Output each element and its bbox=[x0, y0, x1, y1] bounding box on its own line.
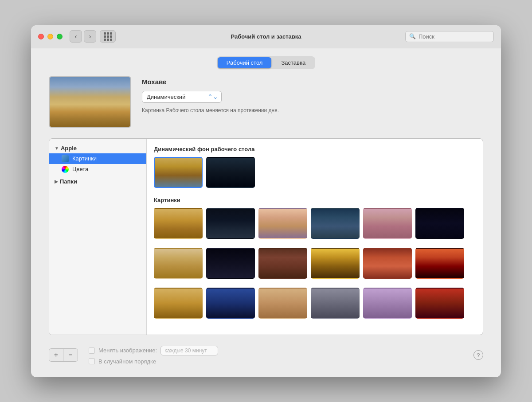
picture-thumb-14[interactable] bbox=[206, 288, 255, 319]
wallpaper-name: Мохаве bbox=[142, 78, 483, 86]
change-image-row: Менять изображение: каждые 30 минут bbox=[89, 346, 218, 355]
dropdown-wrapper: Динамический Светлое Тёмное ⌃⌄ bbox=[142, 91, 483, 103]
sidebar: ▼ Apple Картинки Цвета ▶ Папки bbox=[49, 139, 147, 335]
picture-thumb-7[interactable] bbox=[154, 248, 203, 279]
picture-thumb-10[interactable] bbox=[311, 248, 360, 279]
change-image-label: Менять изображение: bbox=[98, 347, 157, 354]
main-panel: ▼ Apple Картинки Цвета ▶ Папки bbox=[49, 138, 483, 335]
random-order-checkbox[interactable] bbox=[89, 358, 95, 364]
back-button[interactable]: ‹ bbox=[70, 30, 82, 43]
maximize-button[interactable] bbox=[57, 34, 63, 39]
colors-icon bbox=[62, 166, 69, 173]
tab-screensaver[interactable]: Заставка bbox=[272, 57, 314, 68]
style-dropdown-wrapper: Динамический Светлое Тёмное ⌃⌄ bbox=[142, 91, 222, 103]
segment-wrapper: Рабочий стол Заставка bbox=[217, 56, 315, 69]
picture-thumb-18[interactable] bbox=[415, 288, 464, 319]
picture-thumb-5[interactable] bbox=[363, 208, 412, 239]
picture-thumb-15[interactable] bbox=[258, 288, 307, 319]
traffic-lights bbox=[38, 34, 63, 39]
picture-thumb-8[interactable] bbox=[206, 248, 255, 279]
pictures-row-1 bbox=[154, 208, 476, 239]
preview-thumbnail bbox=[49, 76, 131, 128]
expand-arrow-icon: ▼ bbox=[55, 146, 59, 151]
close-button[interactable] bbox=[38, 34, 44, 39]
search-input[interactable] bbox=[419, 33, 490, 40]
sidebar-pictures-label: Картинки bbox=[72, 155, 97, 162]
desktop-preview-image bbox=[50, 77, 130, 127]
grid-icon bbox=[104, 32, 112, 41]
pictures-section-title: Картинки bbox=[154, 197, 476, 203]
folders-arrow-icon: ▶ bbox=[55, 179, 58, 184]
titlebar: ‹ › Рабочий стол и заставка 🔍 bbox=[31, 25, 501, 48]
picture-thumb-6[interactable] bbox=[415, 208, 464, 239]
forward-icon: › bbox=[89, 33, 91, 40]
picture-thumb-2[interactable] bbox=[206, 208, 255, 239]
pictures-icon bbox=[62, 155, 69, 162]
picture-thumb-16[interactable] bbox=[311, 288, 360, 319]
sidebar-group-header-apple[interactable]: ▼ Apple bbox=[49, 143, 146, 153]
bottom-bar: + − Менять изображение: каждые 30 минут … bbox=[49, 342, 483, 368]
sidebar-group-header-folders[interactable]: ▶ Папки bbox=[49, 176, 146, 187]
pictures-row-2 bbox=[154, 248, 476, 279]
main-window: ‹ › Рабочий стол и заставка 🔍 Рабочий ст… bbox=[31, 25, 501, 377]
window-title: Рабочий стол и заставка bbox=[231, 33, 301, 40]
picture-thumb-13[interactable] bbox=[154, 288, 203, 319]
content-area: Мохаве Динамический Светлое Тёмное ⌃⌄ Ка… bbox=[31, 76, 501, 377]
picture-thumb-9[interactable] bbox=[258, 248, 307, 279]
remove-button[interactable]: − bbox=[63, 349, 78, 361]
sidebar-item-colors[interactable]: Цвета bbox=[49, 164, 146, 175]
interval-select[interactable]: каждые 30 минут bbox=[160, 346, 218, 355]
sidebar-group-folders: ▶ Папки bbox=[49, 176, 146, 187]
dynamic-thumb-2[interactable] bbox=[206, 157, 255, 188]
help-button[interactable]: ? bbox=[473, 350, 483, 360]
change-image-checkbox[interactable] bbox=[89, 347, 95, 354]
preview-info: Мохаве Динамический Светлое Тёмное ⌃⌄ Ка… bbox=[142, 76, 483, 113]
picture-thumb-3[interactable] bbox=[258, 208, 307, 239]
picture-thumb-12[interactable] bbox=[415, 248, 464, 279]
forward-button[interactable]: › bbox=[84, 30, 96, 43]
sidebar-group-apple-label: Apple bbox=[61, 145, 77, 152]
dynamic-section-title: Динамический фон рабочего стола bbox=[154, 146, 476, 152]
grid-button[interactable] bbox=[100, 30, 116, 43]
segment-control: Рабочий стол Заставка bbox=[31, 48, 501, 76]
gallery-area: Динамический фон рабочего стола Картинки bbox=[147, 139, 483, 335]
bottom-options: Менять изображение: каждые 30 минут В сл… bbox=[89, 346, 218, 365]
picture-thumb-17[interactable] bbox=[363, 288, 412, 319]
sidebar-item-pictures[interactable]: Картинки bbox=[49, 153, 146, 164]
add-remove-buttons: + − bbox=[49, 348, 78, 362]
back-icon: ‹ bbox=[75, 33, 77, 40]
random-order-row: В случайном порядке bbox=[89, 358, 218, 365]
preview-description: Картинка Рабочего стола меняется на прот… bbox=[142, 107, 483, 113]
preview-section: Мохаве Динамический Светлое Тёмное ⌃⌄ Ка… bbox=[49, 76, 483, 128]
sidebar-group-apple: ▼ Apple Картинки Цвета bbox=[49, 142, 146, 176]
picture-thumb-11[interactable] bbox=[363, 248, 412, 279]
add-button[interactable]: + bbox=[49, 349, 63, 361]
pictures-row-3 bbox=[154, 288, 476, 319]
picture-thumb-1[interactable] bbox=[154, 208, 203, 239]
dynamic-gallery-grid bbox=[154, 157, 476, 188]
search-icon: 🔍 bbox=[409, 33, 416, 39]
search-box[interactable]: 🔍 bbox=[405, 31, 494, 42]
style-dropdown[interactable]: Динамический Светлое Тёмное bbox=[142, 91, 222, 103]
random-order-label: В случайном порядке bbox=[98, 358, 156, 365]
sidebar-colors-label: Цвета bbox=[72, 166, 88, 172]
picture-thumb-4[interactable] bbox=[311, 208, 360, 239]
sidebar-folders-label: Папки bbox=[60, 178, 77, 185]
minimize-button[interactable] bbox=[47, 34, 53, 39]
nav-buttons: ‹ › bbox=[70, 30, 96, 43]
dynamic-thumb-1[interactable] bbox=[154, 157, 203, 188]
tab-desktop[interactable]: Рабочий стол bbox=[218, 57, 272, 68]
